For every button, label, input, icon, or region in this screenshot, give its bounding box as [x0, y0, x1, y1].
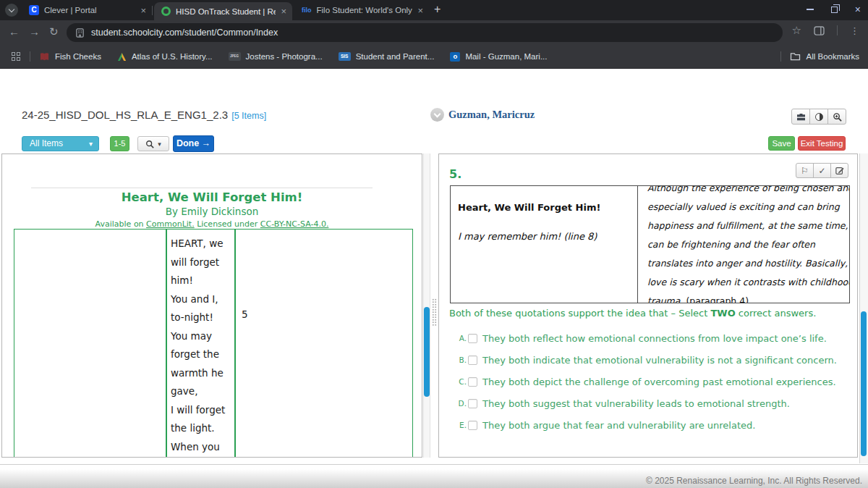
- search-dropdown[interactable]: ▾: [137, 136, 169, 151]
- save-button[interactable]: Save: [768, 136, 795, 151]
- divider: [780, 51, 781, 62]
- question-number: 5.: [449, 167, 461, 181]
- notes-button[interactable]: [830, 163, 848, 178]
- student-name[interactable]: Guzman, Maricruz: [448, 109, 535, 121]
- license-link[interactable]: CC-BY-NC-SA-4.0.: [260, 219, 329, 229]
- student-avatar[interactable]: [430, 108, 444, 122]
- divider: [837, 25, 838, 35]
- bookmark-jostens[interactable]: JPEG Jostens - Photogra...: [229, 52, 323, 61]
- site-info-icon[interactable]: [75, 28, 85, 38]
- briefcase-icon: [796, 113, 806, 121]
- tab-separator: [152, 6, 153, 15]
- option-text[interactable]: They both reflect how emotional connecti…: [482, 333, 827, 344]
- option-letter: C.: [455, 377, 467, 386]
- all-bookmarks-label: All Bookmarks: [807, 52, 860, 61]
- passage-citation: (paragraph 4): [683, 295, 749, 303]
- atlas-a-icon: [117, 52, 127, 62]
- answer-option-c[interactable]: C. They both depict the challenge of ove…: [455, 374, 836, 389]
- answer-option-e[interactable]: E. They both argue that fear and vulnera…: [455, 418, 755, 432]
- check-answer-button[interactable]: ✓: [813, 163, 831, 178]
- url-bar[interactable]: student.schoolcity.com/student/Common/In…: [67, 23, 783, 42]
- answer-option-a[interactable]: A. They both reflect how emotional conne…: [455, 331, 827, 345]
- divider: [0, 464, 868, 465]
- commonlit-link[interactable]: CommonLit.: [146, 219, 195, 229]
- chevron-down-icon: [433, 110, 441, 117]
- bookmark-atlas[interactable]: Atlas of U.S. History...: [117, 52, 213, 62]
- restore-icon[interactable]: [831, 7, 838, 13]
- panel-splitter-handle[interactable]: [432, 298, 438, 326]
- quote-title: Heart, We Will Forget Him!: [458, 202, 630, 213]
- bookmark-label: Jostens - Photogra...: [246, 52, 323, 61]
- close-tab-icon[interactable]: ×: [281, 7, 286, 16]
- assessment-title: 24-25_HISD_DOL_HS_RLA_E_ENG1_2.3[5 Items…: [22, 109, 266, 121]
- close-window-icon[interactable]: ×: [855, 4, 861, 14]
- all-items-dropdown[interactable]: All Items▾: [22, 136, 99, 151]
- option-text[interactable]: They both argue that fear and vulnerabil…: [482, 420, 755, 431]
- checkbox-c[interactable]: [468, 377, 477, 387]
- bookmark-label: Fish Cheeks: [55, 52, 101, 61]
- browser-window: C Clever | Portal × HISD OnTrack Student…: [0, 0, 868, 488]
- forward-icon[interactable]: →: [29, 25, 40, 38]
- tab-title: Clever | Portal: [44, 6, 135, 14]
- checkbox-a[interactable]: [468, 334, 477, 343]
- passage-scrollbar-track[interactable]: [423, 153, 430, 458]
- tab-hisd-ontrack[interactable]: HISD OnTrack Student | Renais ×: [154, 2, 292, 20]
- tab-filo[interactable]: filo Filo Student: World's Only Live ×: [294, 0, 429, 20]
- outlook-icon: o: [450, 52, 460, 62]
- option-text[interactable]: They both indicate that emotional vulner…: [482, 355, 837, 366]
- option-text[interactable]: They both depict the challenge of overco…: [482, 376, 836, 387]
- folder-icon: [790, 52, 801, 61]
- tab-clever[interactable]: C Clever | Portal ×: [22, 0, 152, 20]
- item-range-button[interactable]: 1-5: [110, 136, 129, 151]
- answer-option-d[interactable]: D. They both suggest that vulnerability …: [455, 396, 790, 411]
- option-letter: B.: [455, 356, 467, 364]
- done-button[interactable]: Done →: [173, 135, 214, 152]
- minimize-icon[interactable]: [807, 9, 814, 10]
- question-tools: ⚐ ✓: [796, 163, 848, 178]
- question-stem: Both of these quotations support the ide…: [449, 308, 816, 319]
- quotation-table: Heart, We Will Forget Him! I may remembe…: [450, 185, 850, 303]
- apps-grid-icon[interactable]: [12, 52, 20, 61]
- option-letter: D.: [455, 399, 467, 408]
- copyright-text: © 2025 Renaissance Learning, Inc. All Ri…: [646, 476, 862, 486]
- toolkit-button[interactable]: [791, 109, 810, 125]
- toolbar-right: ☆ ⋮: [792, 24, 859, 37]
- flag-button[interactable]: ⚐: [796, 163, 814, 178]
- checkbox-e[interactable]: [468, 421, 477, 430]
- bookmark-sis[interactable]: SIS Student and Parent...: [339, 52, 435, 61]
- url-text: student.schoolcity.com/student/Common/In…: [91, 28, 278, 38]
- exit-testing-button[interactable]: Exit Testing: [798, 136, 846, 151]
- passage-scrollbar-thumb[interactable]: [424, 307, 430, 397]
- contrast-button[interactable]: [809, 109, 828, 125]
- edit-icon: [835, 167, 844, 175]
- tab-search-button[interactable]: [5, 4, 18, 17]
- side-panel-icon[interactable]: [814, 26, 825, 35]
- tab-strip: C Clever | Portal × HISD OnTrack Student…: [0, 0, 868, 20]
- back-icon[interactable]: ←: [9, 25, 20, 38]
- bookmark-mail[interactable]: o Mail - Guzman, Mari...: [450, 52, 547, 62]
- poem-table: HEART, wewill forget him!You and I, to-n…: [14, 229, 413, 458]
- close-tab-icon[interactable]: ×: [140, 6, 146, 15]
- question-scrollbar-thumb[interactable]: [861, 311, 867, 456]
- caret-down-icon: ▾: [89, 137, 93, 151]
- checkbox-b[interactable]: [468, 356, 477, 365]
- all-bookmarks-button[interactable]: All Bookmarks: [771, 51, 860, 62]
- menu-kebab-icon[interactable]: ⋮: [850, 25, 859, 36]
- poem-text: HEART, wewill forget him!You and I, to-n…: [171, 235, 230, 458]
- option-letter: A.: [455, 334, 467, 342]
- reload-icon[interactable]: ↻: [49, 25, 59, 38]
- close-tab-icon[interactable]: ×: [417, 6, 423, 15]
- magnifier-icon: [145, 140, 154, 148]
- option-text[interactable]: They both suggest that vulnerability lea…: [482, 398, 790, 409]
- new-tab-button[interactable]: +: [434, 3, 441, 16]
- quote-line: I may remember him! (line 8): [458, 231, 630, 242]
- answer-option-b[interactable]: B. They both indicate that emotional vul…: [455, 353, 837, 367]
- items-count-badge: [5 Items]: [231, 111, 266, 121]
- passage-panel: Heart, We Will Forget Him! By Emily Dick…: [1, 153, 422, 458]
- bookmark-star-icon[interactable]: ☆: [792, 24, 801, 37]
- book-icon: [39, 52, 50, 62]
- window-controls: ×: [807, 4, 861, 14]
- zoom-button[interactable]: [827, 109, 846, 125]
- bookmark-fish-cheeks[interactable]: Fish Cheeks: [39, 52, 101, 62]
- checkbox-d[interactable]: [468, 399, 477, 408]
